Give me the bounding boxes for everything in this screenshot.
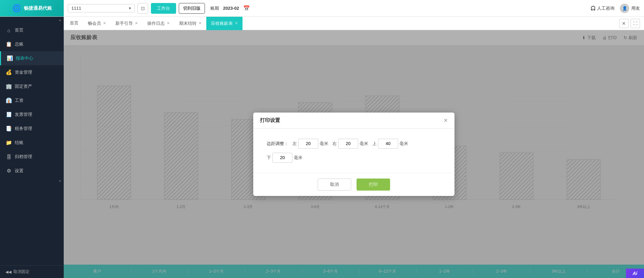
workbench-button[interactable]: 工作台 (151, 3, 176, 14)
sidebar-label: 发票管理 (15, 112, 32, 118)
tax-icon: 📑 (5, 126, 12, 132)
user-label: 用友 (631, 5, 640, 11)
switch-version-button[interactable]: 切到旧版 (179, 3, 205, 14)
assets-icon: 🏢 (5, 83, 12, 89)
expand-tab-button[interactable]: ⛶ (631, 19, 640, 28)
company-name: 1111 (71, 6, 126, 11)
period-value: 2023-02 (223, 6, 239, 11)
confirm-print-button[interactable]: 打印 (357, 179, 390, 191)
sidebar-label: 报表中心 (16, 55, 33, 61)
modal-footer: 取消 打印 (253, 173, 454, 196)
print-settings-modal: 打印设置 ✕ 边距调整： 左 毫米 (253, 113, 454, 196)
close-icon[interactable]: ✕ (167, 21, 170, 25)
tab-home[interactable]: 首页 (65, 17, 83, 30)
margin-row: 边距调整： 左 毫米 右 毫米 (267, 139, 441, 163)
consult-label: 人工咨询 (597, 5, 614, 11)
cancel-pin-label: 取消固定 (13, 269, 30, 275)
sidebar-label: 首页 (15, 27, 23, 33)
ai-label: Ai (633, 271, 637, 276)
tab-aging-label: 应收账龄表 (211, 20, 233, 26)
settings-icon: ⚙ (5, 168, 12, 174)
tab-guide[interactable]: 新手引导 ✕ (111, 17, 143, 30)
modal-body: 边距调整： 左 毫米 右 毫米 (253, 129, 454, 173)
sidebar-label: 资金管理 (15, 69, 32, 75)
copy-button[interactable]: ⊡ (138, 3, 148, 14)
margin-bottom-input[interactable] (272, 153, 292, 163)
content-area: 首页 畅会员 ✕ 新手引导 ✕ 操作日志 ✕ 期末结转 ✕ 应收账龄表 ✕ (64, 17, 644, 278)
invoice-icon: 🧾 (5, 112, 12, 118)
pin-icon: ◀◀ (5, 270, 11, 274)
cancel-button[interactable]: 取消 (318, 179, 351, 191)
avatar: 👤 (620, 4, 629, 13)
margin-bottom-group: 下 毫米 (267, 153, 303, 163)
chevron-down-icon: ▾ (129, 6, 131, 11)
logo-text: 畅捷通易代账 (24, 5, 52, 11)
right-dir-label: 右 (332, 141, 337, 147)
tab-log[interactable]: 操作日志 ✕ (143, 17, 174, 30)
tab-period-end[interactable]: 期末结转 ✕ (174, 17, 206, 30)
logo-area: 🌀 畅捷通易代账 (0, 0, 64, 16)
sidebar-item-archive[interactable]: 🗄 归档管理 (0, 150, 64, 164)
x-icon: ✕ (622, 21, 626, 26)
headset-icon: 🎧 (590, 6, 596, 11)
right-unit-label: 毫米 (360, 141, 368, 147)
tab-guide-label: 新手引导 (115, 20, 133, 26)
modal-backdrop[interactable]: 打印设置 ✕ 边距调整： 左 毫米 (64, 30, 644, 278)
bottom-dir-label: 下 (267, 155, 271, 161)
bottom-unit-label: 毫米 (294, 155, 303, 161)
close-icon[interactable]: ✕ (135, 21, 138, 25)
sidebar-label: 归档管理 (15, 154, 32, 160)
sidebar-item-fund[interactable]: 💰 资金管理 (0, 65, 64, 79)
sidebar-label: 总账 (15, 41, 23, 47)
left-unit-label: 毫米 (320, 141, 328, 147)
margin-left-input[interactable] (298, 139, 318, 149)
margin-top-input[interactable] (378, 139, 398, 149)
home-icon: ⌂ (5, 27, 12, 33)
close-icon[interactable]: ✕ (103, 21, 106, 25)
copy-icon: ⊡ (141, 6, 145, 11)
sidebar-item-tax[interactable]: 📑 税务管理 (0, 122, 64, 136)
expand-icon: ⛶ (633, 21, 637, 26)
period-label: 账期 (210, 5, 219, 11)
margin-top-group: 上 毫米 (372, 139, 408, 149)
sidebar-item-ledger[interactable]: 📋 总账 (0, 37, 64, 51)
sidebar-label: 固定资产 (15, 83, 32, 89)
user-area[interactable]: 👤 用友 (620, 4, 640, 13)
tab-aging[interactable]: 应收账龄表 ✕ (206, 17, 243, 30)
margin-right-input[interactable] (338, 139, 358, 149)
close-icon[interactable]: ✕ (199, 21, 202, 25)
calendar-icon[interactable]: 📅 (243, 5, 250, 11)
cancel-pin-button[interactable]: ◀◀ 取消固定 (0, 265, 64, 278)
sidebar-item-report[interactable]: 📊 报表中心 (0, 51, 64, 65)
sidebar-item-invoice[interactable]: 🧾 发票管理 (0, 108, 64, 122)
margin-label: 边距调整： (267, 141, 288, 147)
scroll-down-indicator[interactable]: ▼ (0, 178, 64, 184)
modal-close-button[interactable]: ✕ (443, 117, 448, 124)
report-icon: 📊 (6, 55, 13, 61)
logo-icon: 🌀 (12, 4, 21, 13)
close-icon[interactable]: ✕ (235, 21, 238, 25)
sidebar-item-settings[interactable]: ⚙ 设置 (0, 164, 64, 178)
left-dir-label: 左 (292, 141, 297, 147)
sidebar-item-home[interactable]: ⌂ 首页 (0, 23, 64, 37)
sidebar-label: 设置 (15, 168, 23, 174)
modal-header: 打印设置 ✕ (253, 113, 454, 129)
tab-member[interactable]: 畅会员 ✕ (83, 17, 111, 30)
consult-button[interactable]: 🎧 人工咨询 (590, 5, 614, 11)
top-dir-label: 上 (372, 141, 377, 147)
company-selector[interactable]: 1111 ▾ (68, 4, 135, 12)
scroll-up-indicator[interactable]: ▲ (0, 17, 64, 23)
fund-icon: 💰 (5, 69, 12, 75)
sidebar-item-settle[interactable]: 📁 结账 (0, 136, 64, 150)
sidebar: ▲ ⌂ 首页 📋 总账 📊 报表中心 💰 资金管理 🏢 固定资产 👔 工资 🧾 (0, 17, 64, 278)
ai-badge[interactable]: Ai (626, 269, 644, 278)
sidebar-item-assets[interactable]: 🏢 固定资产 (0, 79, 64, 93)
margin-left-group: 左 毫米 (292, 139, 328, 149)
close-tab-button[interactable]: ✕ (619, 19, 629, 28)
tab-log-label: 操作日志 (147, 20, 165, 26)
sidebar-item-payroll[interactable]: 👔 工资 (0, 93, 64, 108)
page-content: 应收账龄表 ⬇ 下载 🖨 打印 ↻ 刷新 (64, 30, 644, 278)
payroll-icon: 👔 (5, 97, 12, 103)
tab-period-end-label: 期末结转 (179, 20, 197, 26)
modal-title: 打印设置 (260, 117, 280, 124)
